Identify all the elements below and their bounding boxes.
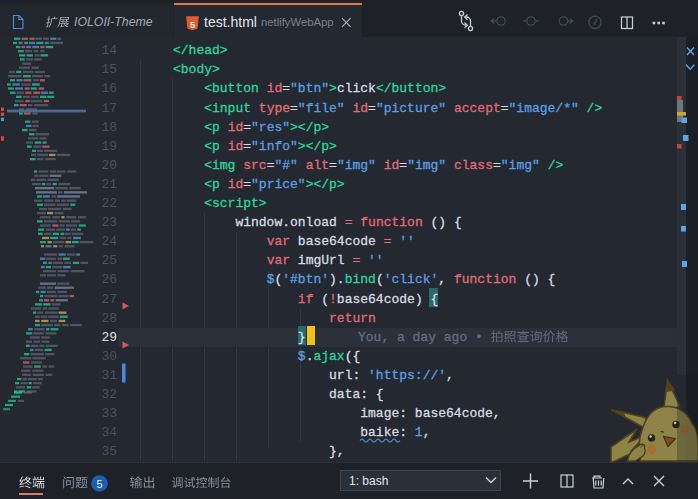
svg-text:5: 5: [190, 19, 196, 30]
svg-text:5: 5: [96, 478, 102, 490]
